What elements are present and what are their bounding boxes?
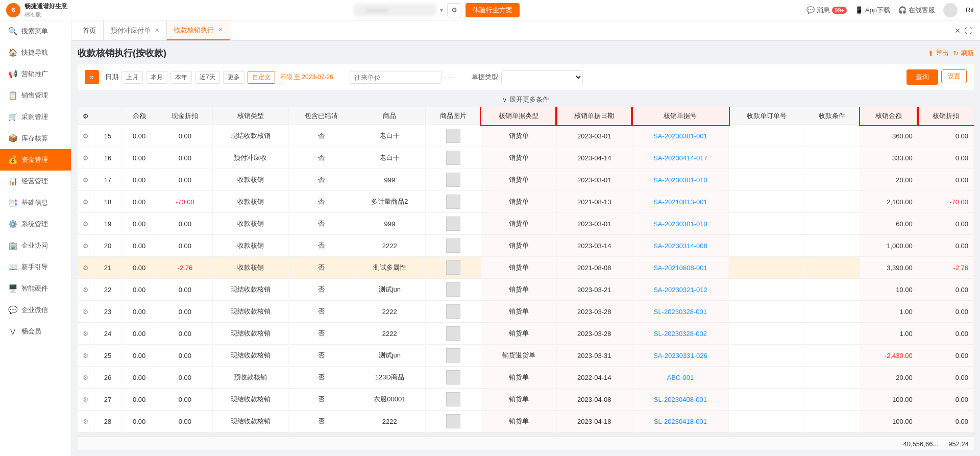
sidebar-item-member[interactable]: V 畅会员 <box>0 321 71 342</box>
cell-bill-no[interactable]: ABC-001 <box>632 367 728 389</box>
sidebar-item-search[interactable]: 🔍 搜索菜单 <box>0 20 71 42</box>
guide-icon: 📖 <box>8 262 17 272</box>
cell-bill-no[interactable]: SA-20210813-001 <box>632 191 728 213</box>
cell-product-img <box>425 323 481 345</box>
cell-bill-date: 2022-04-14 <box>556 367 632 389</box>
app-download-btn[interactable]: 📱 App下载 <box>855 6 890 15</box>
cell-balance: 0.00 <box>121 389 157 411</box>
sidebar-item-smart[interactable]: 🖥️ 智能硬件 <box>0 278 71 299</box>
sidebar-item-finance[interactable]: 💰 资金管理 <box>0 149 71 171</box>
sidebar-item-operations[interactable]: 📊 经营管理 <box>0 171 71 192</box>
sidebar-item-basic[interactable]: 📑 基础信息 <box>0 192 71 213</box>
cell-bill-no[interactable]: SA-20230301-010 <box>632 169 728 191</box>
close-tab-receipt-icon[interactable]: ✕ <box>218 27 223 33</box>
dots-icon[interactable]: ··· <box>445 72 455 83</box>
dropdown-arrow-icon[interactable]: ▾ <box>440 7 443 14</box>
cell-receipt-order <box>729 125 804 147</box>
cell-product-img <box>425 411 481 433</box>
counterpart-input[interactable] <box>350 71 442 84</box>
last7-btn[interactable]: 近7天 <box>195 71 220 84</box>
footer-cancel-discount: 952.24 <box>948 440 969 448</box>
cell-bill-no[interactable]: SL-20230408-001 <box>632 389 728 411</box>
messages-btn[interactable]: 💬 消息 99+ <box>806 6 847 15</box>
blurred-field[interactable] <box>354 4 436 16</box>
filter-collapse-btn[interactable]: » <box>85 70 99 84</box>
cell-cancel-discount: 0.00 <box>918 169 973 191</box>
cell-cancel-discount: 0.00 <box>918 213 973 235</box>
sidebar-item-system[interactable]: ⚙️ 系统管理 <box>0 213 71 235</box>
table-row: ⚙ 22 0.00 0.00 现结收款核销 否 测试jun 销货单 2023-0… <box>78 279 974 301</box>
cell-bill-date: 2023-03-28 <box>556 323 632 345</box>
sidebar-item-quick-nav[interactable]: 🏠 快捷导航 <box>0 42 71 63</box>
cell-type: 收款核销 <box>213 257 288 279</box>
cell-included: 否 <box>288 213 354 235</box>
export-btn[interactable]: ⬆ 导出 <box>928 49 949 58</box>
cell-bill-no[interactable]: SA-20230321-012 <box>632 279 728 301</box>
cell-bill-date: 2023-04-08 <box>556 389 632 411</box>
home-icon: 🏠 <box>8 48 17 57</box>
cell-discount: 0.00 <box>157 411 213 433</box>
table-row: ⚙ 23 0.00 0.00 现结收款核销 否 2222 销货单 2023-03… <box>78 301 974 323</box>
cell-bill-no[interactable]: SL-20230328-002 <box>632 323 728 345</box>
cell-discount: 0.00 <box>157 279 213 301</box>
last-month-btn[interactable]: 上月 <box>121 71 143 84</box>
cell-bill-no[interactable]: SA-20230301-010 <box>632 213 728 235</box>
cell-bill-date: 2023-03-31 <box>556 345 632 367</box>
cell-included: 否 <box>288 191 354 213</box>
sidebar-item-enterprise[interactable]: 🏢 企业协同 <box>0 235 71 256</box>
cell-bill-no[interactable]: SA-20230414-017 <box>632 147 728 169</box>
tab-receipt[interactable]: 收款核销执行 ✕ <box>167 20 230 40</box>
close-tab-btn[interactable]: ✕ <box>954 27 961 35</box>
cell-discount: 0.00 <box>157 323 213 345</box>
app-icon: 📱 <box>855 6 863 14</box>
industry-btn[interactable]: 休验行业方案 <box>465 3 520 17</box>
settings-btn[interactable]: 设置 <box>941 69 967 83</box>
gear-button[interactable]: ⚙ <box>447 3 461 17</box>
cell-receipt-order <box>729 323 804 345</box>
this-month-btn[interactable]: 本月 <box>146 71 167 84</box>
cell-product: 123D商品 <box>354 367 425 389</box>
cell-bill-date: 2023-03-14 <box>556 235 632 257</box>
cell-bill-no[interactable]: SL-20230418-001 <box>632 411 728 433</box>
this-year-btn[interactable]: 本年 <box>170 71 192 84</box>
wechat-icon: 💬 <box>8 305 17 315</box>
refresh-btn[interactable]: ↻ 刷新 <box>953 49 974 58</box>
th-receipt-order: 收款单订单号 <box>729 107 804 125</box>
receipt-type-select[interactable] <box>501 70 583 84</box>
tab-prepay[interactable]: 预付冲应付单 ✕ <box>104 20 167 40</box>
query-btn[interactable]: 查询 <box>906 69 938 85</box>
cell-bill-no[interactable]: SA-20210808-001 <box>632 257 728 279</box>
member-icon: V <box>8 327 17 336</box>
expand-link[interactable]: ∨ 展开更多条件 <box>502 95 549 104</box>
th-receipt-cond: 收款条件 <box>804 107 860 125</box>
top-bar: 6 畅捷通谱好生意 标准版 ▾ ⚙ 休验行业方案 💬 消息 99+ 📱 App下… <box>0 0 980 20</box>
more-btn[interactable]: 更多 <box>223 71 244 84</box>
table-row: ⚙ 25 0.00 0.00 现结收款核销 否 测试jun 销货退货单 2023… <box>78 345 974 367</box>
sidebar-item-wechat[interactable]: 💬 企业微信 <box>0 299 71 321</box>
cell-receipt-cond <box>804 279 860 301</box>
cell-product: 测试jun <box>354 345 425 367</box>
content-area: 首页 预付冲应付单 ✕ 收款核销执行 ✕ ✕ ⛶ 收款核销执行(按收款) <box>71 20 980 456</box>
cell-bill-no[interactable]: SA-20230301-001 <box>632 125 728 147</box>
sidebar-item-inventory[interactable]: 📦 库存核算 <box>0 128 71 149</box>
sidebar-item-purchase[interactable]: 🛒 采购管理 <box>0 106 71 128</box>
scrollbar[interactable] <box>78 433 974 437</box>
expand-tab-btn[interactable]: ⛶ <box>965 27 972 35</box>
tabs-left: 首页 预付冲应付单 ✕ 收款核销执行 ✕ <box>76 20 230 40</box>
table-row: ⚙ 21 0.00 -2.76 收款核销 否 测试多属性 销货单 2021-08… <box>78 257 974 279</box>
cell-bill-no[interactable]: SA-20230331-026 <box>632 345 728 367</box>
cell-bill-no[interactable]: SL-20230328-001 <box>632 301 728 323</box>
cell-bill-no[interactable]: SA-20230314-008 <box>632 235 728 257</box>
tab-home[interactable]: 首页 <box>76 20 104 40</box>
online-service-btn[interactable]: 🎧 在线客服 <box>898 6 935 15</box>
custom-btn[interactable]: 自定义 <box>248 71 275 84</box>
sidebar-item-sales[interactable]: 📋 销售管理 <box>0 85 71 106</box>
sidebar-item-marketing[interactable]: 📢 营销推广 <box>0 63 71 85</box>
table-header-row: ⚙ 余额 现金折扣 核销类型 包含已结清 商品 商品图片 核销单据类型 核销单据… <box>78 107 974 125</box>
th-product: 商品 <box>354 107 425 125</box>
cell-receipt-cond <box>804 323 860 345</box>
cell-product-img <box>425 301 481 323</box>
sidebar-item-guide[interactable]: 📖 新手引导 <box>0 256 71 278</box>
close-tab-prepay-icon[interactable]: ✕ <box>155 27 159 34</box>
cell-bill-type: 销货退货单 <box>481 345 556 367</box>
